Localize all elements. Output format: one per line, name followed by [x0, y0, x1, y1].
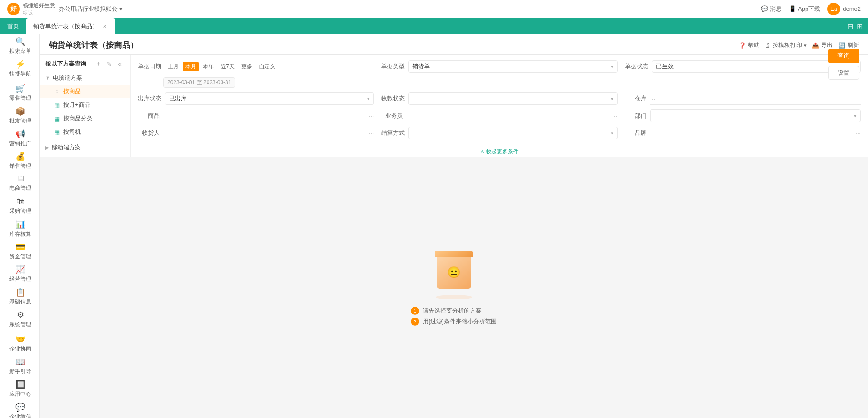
sidebar-item-system[interactable]: ⚙ 系统管理: [0, 308, 39, 330]
date-btn-this-month[interactable]: 本月: [183, 62, 199, 71]
print-button[interactable]: 🖨 按模板打印 ▾: [765, 41, 807, 49]
empty-num-1: 1: [411, 307, 419, 315]
mobile-group-arrow-icon: ▶: [45, 145, 49, 151]
settings-button[interactable]: 设置: [828, 66, 859, 80]
sidebar-item-search[interactable]: 🔍 搜索菜单: [0, 34, 39, 57]
collapse-scheme-button[interactable]: «: [115, 59, 124, 68]
goods-dots[interactable]: ···: [369, 112, 374, 119]
receipt-label: 收款状态: [381, 95, 408, 103]
tab-bar-right: ⊟ ⊞: [847, 22, 868, 31]
employee-input-area: ···: [406, 109, 617, 122]
sidebar-item-operations[interactable]: 📈 经营管理: [0, 262, 39, 285]
workspace-selector[interactable]: 办公用品行业模拟账套 ▾: [59, 5, 123, 13]
employee-dots[interactable]: ···: [612, 112, 618, 119]
shadow: [436, 295, 472, 299]
user-profile[interactable]: Ea demo2: [827, 3, 861, 15]
sidebar-item-quick-nav[interactable]: ⚡ 快捷导航: [0, 57, 39, 80]
sidebar-item-ecommerce[interactable]: 🖥 电商管理: [0, 172, 39, 195]
box-face: 😐: [447, 266, 461, 279]
refresh-button[interactable]: 🔄 刷新: [838, 41, 859, 49]
goods-label: 商品: [138, 112, 163, 120]
tab-report[interactable]: 销货单统计表（按商品） ✕: [26, 18, 115, 34]
dept-label: 部门: [625, 112, 650, 120]
basic-icon: 📋: [15, 287, 25, 297]
sidebar-item-marketing[interactable]: 📢 营销推广: [0, 127, 39, 149]
app-download-button[interactable]: 📱 App下载: [789, 5, 820, 13]
storage-label: 仓库: [625, 95, 650, 103]
result-area: 😐 1 请先选择要分析的方案 2 用[过滤]条件来缩小分析范围: [40, 157, 868, 418]
sidebar-item-finance[interactable]: 💳 资金管理: [0, 240, 39, 262]
sales-icon: 💰: [15, 152, 25, 162]
page-header: 销货单统计表（按商品） ❓ 帮助 🖨 按模板打印 ▾ 📤 导出 🔄 刷新: [40, 34, 868, 55]
warehouse-select[interactable]: 已出库 ▾: [165, 92, 374, 105]
type-label: 单据类型: [381, 62, 408, 71]
storage-dots[interactable]: ···: [650, 95, 656, 102]
goods-input-area: ···: [163, 109, 374, 122]
recipient-dots[interactable]: ···: [369, 129, 374, 137]
type-select[interactable]: 销货单 ▾: [408, 60, 617, 73]
brand-input-area: ···: [650, 127, 861, 139]
sidebar-item-wholesale[interactable]: 📦 批发管理: [0, 104, 39, 127]
tab-home[interactable]: 首页: [0, 18, 26, 34]
date-btn-this-year[interactable]: 本年: [200, 62, 217, 71]
empty-num-2: 2: [411, 318, 419, 326]
receipt-select[interactable]: ▾: [408, 92, 617, 105]
date-btn-more[interactable]: 更多: [239, 62, 255, 71]
add-scheme-button[interactable]: ＋: [94, 59, 103, 68]
storage-filter: 仓库 ···: [625, 92, 861, 105]
sidebar-item-sales[interactable]: 💰 销售管理: [0, 149, 39, 172]
dept-select[interactable]: ▾: [650, 109, 861, 122]
scheme-item-by-product[interactable]: ○ 按商品: [40, 85, 130, 98]
sidebar-item-purchase[interactable]: 🛍 采购管理: [0, 195, 39, 217]
help-button[interactable]: ❓ 帮助: [739, 41, 760, 49]
sidebar-item-basic[interactable]: 📋 基础信息: [0, 285, 39, 308]
empty-line-2: 2 用[过滤]条件来缩小分析范围: [411, 318, 496, 326]
scheme-group-desktop-header[interactable]: ▼ 电脑端方案: [40, 71, 130, 85]
date-btn-7days[interactable]: 近7天: [218, 62, 237, 71]
finance-icon: 💳: [15, 242, 25, 252]
tab-close-icon[interactable]: ✕: [101, 23, 108, 30]
scheme-item-by-month-product[interactable]: ▦ 按月+商品: [40, 98, 130, 112]
message-button[interactable]: 💬 消息: [761, 5, 782, 13]
warehouse-label: 出库状态: [138, 95, 165, 103]
edit-scheme-button[interactable]: ✎: [104, 59, 113, 68]
query-button[interactable]: 查询: [828, 55, 859, 63]
payment-filter: 结算方式 ▾: [381, 127, 617, 139]
collapse-button[interactable]: ∧ 收起更多条件: [131, 146, 868, 157]
sidebar-item-enterprise[interactable]: 🤝 企业协同: [0, 332, 39, 355]
sidebar-item-app-center[interactable]: 🔲 应用中心: [0, 377, 39, 400]
by-category-icon: ▦: [53, 115, 61, 122]
scheme-item-by-cashier[interactable]: ▦ 按司机: [40, 125, 130, 139]
by-product-icon: ○: [53, 88, 61, 95]
receipt-filter: 收款状态 ▾: [381, 92, 617, 105]
export-button[interactable]: 📤 导出: [812, 41, 833, 49]
payment-select[interactable]: ▾: [408, 127, 617, 139]
tab-minimize-icon[interactable]: ⊟: [847, 22, 853, 31]
scheme-item-by-category[interactable]: ▦ 按商品分类: [40, 112, 130, 125]
date-btn-last-month[interactable]: 上月: [165, 62, 181, 71]
sidebar-item-inventory[interactable]: 📊 库存核算: [0, 217, 39, 240]
sidebar-item-wechat[interactable]: 💬 企业微信: [0, 400, 39, 418]
date-btn-custom[interactable]: 自定义: [256, 62, 278, 71]
filter-area: 单据日期 上月 本月 本年 近7天 更多 自定义: [130, 55, 868, 157]
tab-expand-icon[interactable]: ⊞: [857, 22, 863, 31]
brand-dots[interactable]: ···: [855, 129, 861, 137]
date-label: 单据日期: [138, 62, 165, 71]
sidebar-item-guide[interactable]: 📖 新手引导: [0, 355, 39, 377]
sidebar-item-retail[interactable]: 🛒 零售管理: [0, 81, 39, 104]
system-icon: ⚙: [17, 310, 24, 320]
scheme-group-mobile-header[interactable]: ▶ 移动端方案: [40, 141, 130, 154]
recipient-input-area: ···: [163, 127, 374, 139]
logo-icon: 好: [7, 3, 20, 15]
dept-arrow: ▾: [854, 113, 857, 119]
receipt-arrow: ▾: [611, 96, 613, 102]
header-left: 好 畅捷通好生意 标版 办公用品行业模拟账套 ▾: [7, 2, 123, 16]
scheme-panel-header: 按以下方案查询 ＋ ✎ «: [40, 55, 130, 71]
warehouse-filter: 出库状态 已出库 ▾: [138, 92, 374, 105]
scheme-group-mobile: ▶ 移动端方案: [40, 141, 130, 154]
filter-scheme-wrapper: 按以下方案查询 ＋ ✎ « ▼ 电脑端方案: [40, 55, 868, 418]
page-actions: ❓ 帮助 🖨 按模板打印 ▾ 📤 导出 🔄 刷新: [739, 41, 859, 49]
user-avatar: Ea: [827, 3, 840, 15]
inventory-icon: 📊: [15, 219, 25, 229]
date-range-display: 2023-03-01 至 2023-03-31: [163, 77, 235, 88]
